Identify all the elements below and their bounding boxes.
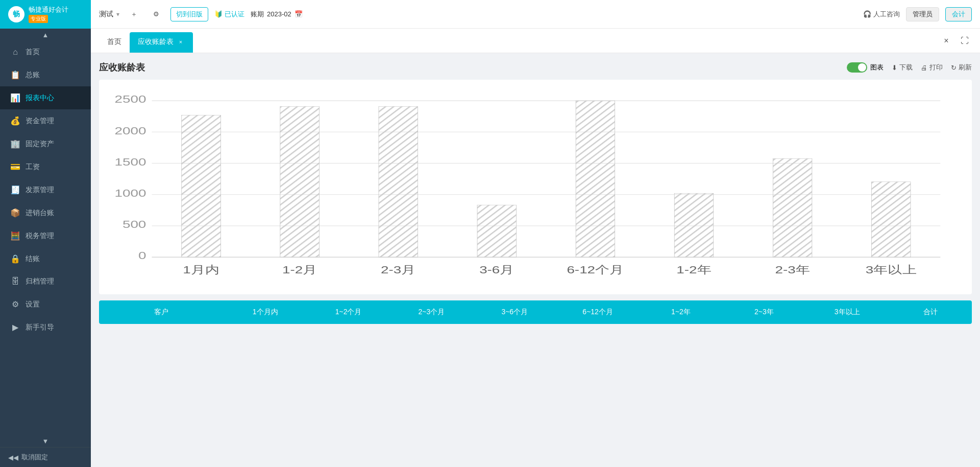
svg-text:2-3月: 2-3月 [381,264,415,275]
close-icon: 🔒 [10,254,20,264]
company-selector[interactable]: 测试 ▾ [99,10,119,19]
svg-text:6-12个月: 6-12个月 [567,264,624,275]
sidebar-item-guide[interactable]: ▶ 新手引导 [0,316,91,339]
scroll-up-btn[interactable]: ▲ [0,29,91,41]
tab-report-close[interactable]: × [177,38,185,46]
svg-text:1500: 1500 [114,156,146,168]
tab-report[interactable]: 应收账龄表 × [130,32,193,53]
svg-rect-22 [280,106,320,257]
reports-icon: 📊 [10,93,20,103]
tab-report-label: 应收账龄表 [138,37,174,46]
svg-rect-27 [773,158,812,257]
sidebar: 畅 畅捷通好会计 专业版 ▲ ⌂ 首页 📋 总账 📊 报表中心 💰 资金管理 🏢… [0,0,91,467]
sidebar-item-assets[interactable]: 🏢 固定资产 [0,132,91,155]
print-label: 打印 [929,63,943,72]
old-version-button[interactable]: 切到旧版 [170,7,208,21]
service-label: 人工咨询 [873,10,900,19]
svg-rect-25 [576,101,615,257]
topbar: 测试 ▾ ＋ ⚙ 切到旧版 🔰 已认证 账期 2023-02 📅 🎧 人工咨询 … [91,0,980,29]
sidebar-label-purchase: 进销台账 [26,208,54,218]
download-label: 下载 [899,63,913,72]
svg-text:500: 500 [122,218,146,230]
sidebar-label-archive: 归档管理 [26,277,54,286]
app-edition: 专业版 [29,15,48,23]
svg-text:1-2月: 1-2月 [282,264,317,275]
invoice-icon: 🧾 [10,185,20,195]
tabs-bar: 首页 应收账龄表 × × ⛶ [91,29,980,53]
chevron-down-icon: ▾ [116,11,119,18]
sidebar-label-close: 结账 [26,254,40,264]
svg-rect-28 [871,182,911,257]
print-icon: 🖨 [921,64,927,72]
unpin-button[interactable]: ◀◀ 取消固定 [0,447,91,467]
sidebar-label-invoice: 发票管理 [26,185,54,195]
sidebar-item-funds[interactable]: 💰 资金管理 [0,109,91,132]
svg-rect-23 [379,106,418,257]
calendar-icon[interactable]: 📅 [295,10,303,18]
svg-text:2000: 2000 [114,125,146,136]
sidebar-item-ledger[interactable]: 📋 总账 [0,63,91,86]
add-button[interactable]: ＋ [126,6,142,22]
svg-text:1月内: 1月内 [183,264,219,275]
chart-toggle-label: 图表 [870,63,884,72]
download-icon: ⬇ [892,64,897,72]
assets-icon: 🏢 [10,139,20,149]
refresh-button[interactable]: ↻ 刷新 [951,63,972,72]
table-header-cell: 3~6个月 [473,300,556,324]
sidebar-item-reports[interactable]: 📊 报表中心 [0,86,91,109]
archive-icon: 🗄 [10,277,20,286]
service-button[interactable]: 🎧 人工咨询 [863,10,900,19]
table-header-cell: 1~2年 [640,300,723,324]
report-actions: 图表 ⬇ 下载 🖨 打印 ↻ 刷新 [847,62,972,73]
role-button[interactable]: 会计 [945,7,972,21]
certified-badge: 🔰 已认证 [214,10,244,19]
sidebar-label-guide: 新手引导 [26,323,54,332]
ledger-icon: 📋 [10,70,20,80]
sidebar-label-reports: 报表中心 [26,94,54,103]
svg-text:2500: 2500 [114,94,146,105]
sidebar-item-purchase[interactable]: 📦 进销台账 [0,201,91,224]
guide-icon: ▶ [10,322,20,332]
chart-toggle-switch[interactable] [847,62,867,73]
sidebar-item-payroll[interactable]: 💳 工资 [0,155,91,178]
sidebar-item-close[interactable]: 🔒 结账 [0,247,91,270]
scroll-down-btn[interactable]: ▼ [0,435,91,447]
table-header-cell: 6~12个月 [556,300,640,324]
certified-label: 已认证 [225,10,244,19]
sidebar-label-payroll: 工资 [26,162,40,172]
company-name: 测试 [99,10,113,19]
svg-text:2-3年: 2-3年 [775,264,810,275]
sidebar-item-tax[interactable]: 🧮 税务管理 [0,224,91,247]
svg-rect-26 [674,194,714,258]
unpin-label: 取消固定 [21,453,48,462]
table-header-cell: 1个月内 [224,300,307,324]
sidebar-item-home[interactable]: ⌂ 首页 [0,41,91,63]
sidebar-item-archive[interactable]: 🗄 归档管理 [0,270,91,293]
chart-container: 05001000150020002500 1月内1-2月2-3月3-6月6-12… [99,80,972,294]
main-area: 测试 ▾ ＋ ⚙ 切到旧版 🔰 已认证 账期 2023-02 📅 🎧 人工咨询 … [91,0,980,467]
bar-chart: 05001000150020002500 1月内1-2月2-3月3-6月6-12… [109,90,962,284]
sidebar-nav: ⌂ 首页 📋 总账 📊 报表中心 💰 资金管理 🏢 固定资产 💳 工资 🧾 发票… [0,41,91,435]
tab-close-btn[interactable]: × [939,34,953,48]
table-header: 客户1个月内1~2个月2~3个月3~6个月6~12个月1~2年2~3年3年以上合… [99,300,972,324]
table-header-cell: 3年以上 [805,300,889,324]
table-header-cell: 客户 [99,300,224,324]
table-header-cell: 2~3个月 [390,300,473,324]
tab-home[interactable]: 首页 [99,32,130,53]
svg-text:1-2年: 1-2年 [676,264,711,275]
sidebar-item-invoice[interactable]: 🧾 发票管理 [0,178,91,201]
sidebar-logo: 畅 畅捷通好会计 专业版 [0,0,91,29]
tab-expand-btn[interactable]: ⛶ [958,34,972,48]
settings-icon: ⚙ [10,299,20,309]
svg-text:0: 0 [138,250,146,262]
settings-icon[interactable]: ⚙ [148,6,164,22]
user-button[interactable]: 管理员 [906,7,939,21]
table-header-cell: 合计 [889,300,972,324]
period-info: 账期 2023-02 📅 [251,10,303,19]
sidebar-item-settings[interactable]: ⚙ 设置 [0,293,91,316]
period-label: 账期 [251,10,264,19]
print-button[interactable]: 🖨 打印 [921,63,943,72]
refresh-icon: ↻ [951,64,957,72]
svg-text:3年以上: 3年以上 [866,264,917,275]
download-button[interactable]: ⬇ 下载 [892,63,913,72]
